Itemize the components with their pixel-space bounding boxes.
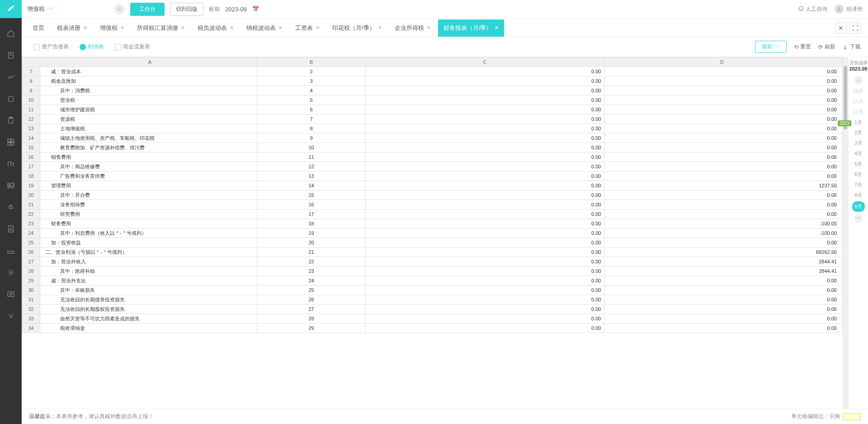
table-row[interactable]: 32无法收回的长期股权投资损失270.000.00 [22,305,843,314]
table-row[interactable]: 10营业税50.000.00 [22,95,843,105]
cell-c[interactable]: 0.00 [366,67,604,76]
cell-c[interactable]: 0.00 [366,143,604,152]
nav-clipboard-icon[interactable] [3,112,19,129]
cell-b[interactable]: 10 [257,143,366,152]
workbench-button[interactable]: 工作台 [130,3,165,16]
cell-a[interactable]: 营业税 [40,95,257,105]
row-header[interactable]: 13 [22,124,40,133]
row-header[interactable]: 7 [22,67,40,76]
cell-c[interactable]: 0.00 [366,267,604,276]
cell-c[interactable]: 0.00 [366,172,604,181]
table-row[interactable]: 19管理费用140.001237.50 [22,181,843,191]
row-header[interactable]: 32 [22,305,40,314]
row-header[interactable]: 9 [22,86,40,95]
cell-c[interactable]: 0.00 [366,295,604,305]
table-row[interactable]: 13土地增值税80.000.00 [22,124,843,133]
table-row[interactable]: 30其中：坏账损失250.000.00 [22,286,843,295]
nav-settings-icon[interactable] [3,264,19,281]
row-header[interactable]: 25 [22,238,40,248]
cell-b[interactable]: 12 [257,162,366,172]
switch-old-button[interactable]: 切到旧版 [170,3,203,16]
cell-c[interactable]: 0.00 [366,105,604,114]
nav-building-icon[interactable] [3,156,19,172]
month-item[interactable]: 8月 [852,190,865,200]
cell-b[interactable]: 18 [257,219,366,229]
nav-image-icon[interactable] [3,177,19,194]
cell-d[interactable]: 0.00 [604,276,843,286]
cell-b[interactable]: 14 [257,181,366,191]
cell-a[interactable]: 二、营业利润（亏损以＂-＂号填列） [40,248,257,257]
cell-b[interactable]: 22 [257,257,366,267]
close-icon[interactable]: ✕ [278,25,283,31]
table-row[interactable]: 34税收滞纳金290.000.00 [22,324,843,333]
cell-b[interactable]: 13 [257,172,366,181]
cell-c[interactable]: 0.00 [366,257,604,267]
cell-c[interactable]: 0.00 [366,219,604,229]
cell-d[interactable]: 0.00 [604,76,843,86]
table-row[interactable]: 18广告费和业务宣传费130.000.00 [22,172,843,181]
cell-b[interactable]: 20 [257,238,366,248]
nav-bag-icon[interactable] [3,91,19,107]
table-row[interactable]: 11城市维护建设税60.000.00 [22,105,843,114]
company-select[interactable]: 增值税 ﹀ [27,5,108,13]
cell-c[interactable]: 0.00 [366,86,604,95]
cell-a[interactable]: 其中：政府补助 [40,267,257,276]
row-header[interactable]: 33 [22,314,40,324]
cell-d[interactable]: 0.00 [604,114,843,124]
cell-b[interactable]: 29 [257,324,366,333]
cell-a[interactable]: 业务招待费 [40,200,257,210]
table-row[interactable]: 9其中：消费税40.000.00 [22,86,843,95]
cell-d[interactable]: 0.00 [604,133,843,143]
user-menu[interactable]: 徐泽华 [835,5,863,14]
cell-c[interactable]: 0.00 [366,238,604,248]
cell-a[interactable]: 城镇土地使用税、房产税、车船税、印花税 [40,133,257,143]
fullscreen-button[interactable]: ⛶ [850,23,861,33]
table-row[interactable]: 24其中：利息费用（收入以＂-＂号填列）190.00-100.00 [22,229,843,238]
cell-c[interactable]: 0.00 [366,114,604,124]
table-row[interactable]: 21业务招待费160.000.00 [22,200,843,210]
close-icon[interactable]: ✕ [230,25,234,31]
table-row[interactable]: 16销售费用110.000.00 [22,152,843,162]
close-icon[interactable]: ✕ [181,25,185,31]
row-header[interactable]: 16 [22,152,40,162]
cell-c[interactable]: 0.00 [366,76,604,86]
nav-export-icon[interactable] [3,221,19,237]
cell-a[interactable]: 自然灾害等不可抗力因素造成的损失 [40,314,257,324]
cell-a[interactable]: 广告费和业务宣传费 [40,172,257,181]
cell-c[interactable]: 0.00 [366,124,604,133]
table-row[interactable]: 31无法收回的长期债券投资损失260.000.00 [22,295,843,305]
cell-a[interactable]: 加：投资收益 [40,238,257,248]
nav-hand-icon[interactable] [3,199,19,215]
table-row[interactable]: 23财务费用180.00-100.00 [22,219,843,229]
cell-d[interactable]: 0.00 [604,95,843,105]
cell-a[interactable]: 管理费用 [40,181,257,191]
cell-b[interactable]: 8 [257,124,366,133]
cell-a[interactable]: 销售费用 [40,152,257,162]
cell-b[interactable]: 21 [257,248,366,257]
cell-b[interactable]: 19 [257,229,366,238]
tab-6[interactable]: 工资表✕ [290,19,325,37]
close-icon[interactable]: ✕ [120,25,124,31]
cell-b[interactable]: 27 [257,305,366,314]
month-item[interactable]: 7月 [852,180,865,190]
month-item[interactable]: 4月 [852,148,865,159]
cell-d[interactable]: 2844.41 [604,267,843,276]
cell-a[interactable]: 税收滞纳金 [40,324,257,333]
cell-b[interactable]: 23 [257,267,366,276]
download-button[interactable]: ⭳ 下载 [843,43,861,51]
cell-d[interactable]: 2844.41 [604,257,843,267]
cell-a[interactable]: 减：营业外支出 [40,276,257,286]
cell-c[interactable]: 0.00 [366,314,604,324]
tab-4[interactable]: 税负波动表✕ [192,19,239,37]
cell-a[interactable]: 其中：消费税 [40,86,257,95]
month-item[interactable]: 12月 [853,107,863,117]
cell-c[interactable]: 0.00 [366,133,604,143]
cell-c[interactable]: 0.00 [366,162,604,172]
col-header-c[interactable]: C [366,57,604,67]
cell-c[interactable]: 0.00 [366,276,604,286]
subtab-0[interactable]: 资产负债表 [29,40,73,53]
cell-b[interactable]: 16 [257,200,366,210]
cell-a[interactable]: 无法收回的长期债券投资损失 [40,295,257,305]
cell-b[interactable]: 5 [257,95,366,105]
row-header[interactable]: 22 [22,210,40,219]
